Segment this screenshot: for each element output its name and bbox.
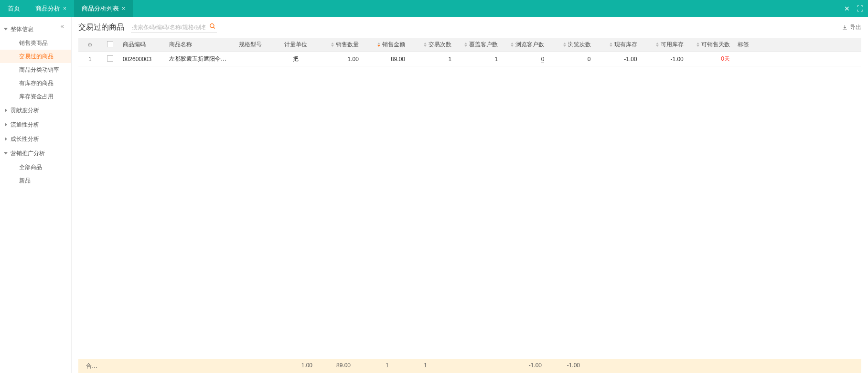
col-code: 商品编码 [119,38,165,52]
svg-point-0 [210,24,214,28]
footer-sale_amt: 89.00 [316,362,354,370]
tab-label: 商品分析 [35,4,60,13]
sidebar-item[interactable]: 商品分类动销率 [0,63,71,76]
sort-icon[interactable] [697,43,699,47]
sidebar-group[interactable]: 贡献度分析 [0,103,71,117]
cell-gear: 1 [78,52,102,66]
sort-icon[interactable] [610,43,612,47]
checkbox-all[interactable] [107,41,113,47]
sidebar-item[interactable]: 交易过的商品 [0,50,71,63]
sidebar-item[interactable]: 库存资金占用 [0,90,71,103]
search-icon[interactable] [209,23,216,31]
col-label: 商品名称 [169,41,192,48]
col-stock_now[interactable]: 现有库存 [595,38,641,52]
tab-close-icon[interactable]: × [122,5,125,12]
tab-close-icon[interactable]: × [63,5,66,12]
table-footer-totals: 合计:1.0089.0011-1.00-1.00 [78,359,861,373]
col-view_cust[interactable]: 浏览客户数 [502,38,548,52]
footer-chk [101,362,116,370]
col-label: 销售金额 [382,41,405,48]
col-label: 销售数量 [336,41,359,48]
cell-sale_days: 0天 [687,52,734,66]
view-cust-link[interactable]: 0 [541,56,545,63]
sort-icon[interactable] [464,43,467,47]
col-label: 标签 [738,41,749,48]
sort-icon[interactable] [377,43,380,47]
col-label: 浏览次数 [568,41,591,48]
cell-stock_avail: -1.00 [641,52,687,66]
sidebar-item[interactable]: 有库存的商品 [0,76,71,90]
cell-view_cust: 0 [502,52,548,66]
fullscreen-icon[interactable]: ⛶ [857,5,863,12]
col-sale_amt[interactable]: 销售金额 [363,38,409,52]
sidebar-item[interactable]: 新品 [0,174,71,187]
col-label: 可销售天数 [701,41,730,48]
data-table: ⚙商品编码商品名称规格型号计量单位销售数量销售金额交易次数覆盖客户数浏览客户数浏… [78,38,861,66]
footer-trade_cnt: 1 [354,362,393,370]
sort-icon[interactable] [511,43,514,47]
sidebar-item[interactable]: 全部商品 [0,160,71,174]
search-wrap [131,22,217,33]
cell-chk [102,52,119,66]
main-panel: 交易过的商品 导出 ⚙商品编码商品名称规格型号计量单位销售数量销售金额交易次 [72,17,868,373]
col-label: 规格型号 [239,41,262,48]
col-trade_cnt[interactable]: 交易次数 [409,38,455,52]
col-chk [102,38,119,52]
svg-line-1 [214,27,215,29]
col-stock_avail[interactable]: 可用库存 [641,38,687,52]
footer-sale_qty: 1.00 [278,362,316,370]
gear-icon[interactable]: ⚙ [87,42,93,48]
col-label: 交易次数 [429,41,451,48]
tab-商品分析[interactable]: 商品分析× [28,0,74,17]
cell-unit: 把 [276,52,316,66]
page-title: 交易过的商品 [78,22,124,32]
sort-icon[interactable] [563,43,566,47]
sidebar-group[interactable]: 成长性分析 [0,132,71,146]
footer-sale_days [584,362,622,370]
tab-商品分析列表[interactable]: 商品分析列表× [74,0,133,17]
tab-首页[interactable]: 首页 [0,0,28,17]
col-label: 可用库存 [661,41,684,48]
search-input[interactable] [131,22,217,33]
checkbox-row[interactable] [107,55,113,62]
col-unit: 计量单位 [276,38,316,52]
footer-gear: 合计: [82,362,101,370]
cell-stock_now: -1.00 [595,52,641,66]
tabbar: 首页商品分析×商品分析列表× ✕ ⛶ [0,0,868,17]
footer-view_cnt [469,362,507,370]
tab-label: 首页 [8,4,20,13]
cell-name: 左都胶囊五折遮阳伞防晒伞; [165,52,235,66]
sort-icon[interactable] [331,43,334,47]
main-header: 交易过的商品 导出 [72,17,868,38]
sidebar-group[interactable]: 营销推广分析 [0,146,71,160]
table-row[interactable]: 1002600003左都胶囊五折遮阳伞防晒伞;把1.0089.001100-1.… [78,52,861,66]
footer-name [154,362,211,370]
table-wrap: ⚙商品编码商品名称规格型号计量单位销售数量销售金额交易次数覆盖客户数浏览客户数浏… [72,38,868,359]
sort-icon[interactable] [656,43,659,47]
export-label: 导出 [850,23,861,32]
cell-view_cnt: 0 [548,52,594,66]
cell-trade_cnt: 1 [409,52,455,66]
close-panel-icon[interactable]: ✕ [844,5,850,12]
col-label: 现有库存 [614,41,637,48]
footer-stock_avail: -1.00 [546,362,584,370]
sidebar-group[interactable]: 流通性分析 [0,117,71,132]
col-sale_qty[interactable]: 销售数量 [316,38,363,52]
cell-code: 002600003 [119,52,165,66]
sort-icon[interactable] [424,43,427,47]
footer-spec [211,362,245,370]
col-spec: 规格型号 [235,38,276,52]
sidebar-item[interactable]: 销售类商品 [0,36,71,50]
col-cust_cov[interactable]: 覆盖客户数 [455,38,502,52]
cell-sale_qty: 1.00 [316,52,363,66]
col-sale_days[interactable]: 可销售天数 [687,38,734,52]
sidebar: « 整体信息销售类商品交易过的商品商品分类动销率有库存的商品库存资金占用贡献度分… [0,17,72,373]
sidebar-group[interactable]: 整体信息 [0,22,71,36]
col-label: 商品编码 [123,41,146,48]
footer-code [116,362,154,370]
col-label: 浏览客户数 [515,41,544,48]
footer-unit [245,362,278,370]
cell-spec [235,52,276,66]
col-view_cnt[interactable]: 浏览次数 [548,38,594,52]
export-button[interactable]: 导出 [842,23,861,32]
